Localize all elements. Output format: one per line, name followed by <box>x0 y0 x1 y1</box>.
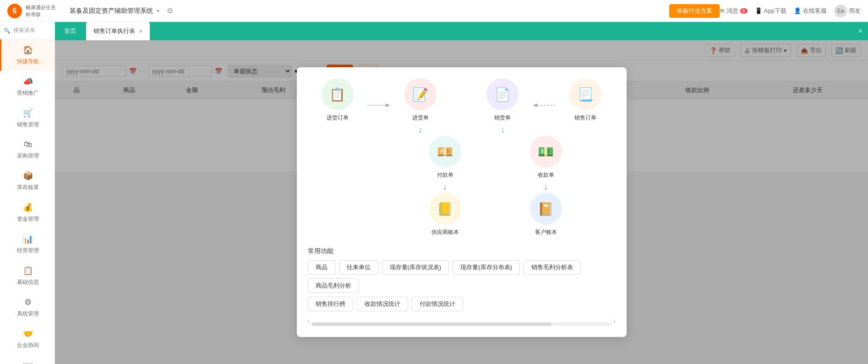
home-icon: 🏠 <box>23 45 33 55</box>
service-icon: 👤 <box>794 7 801 14</box>
purchase-receipt-node[interactable]: 📝 <box>404 78 437 110</box>
sidebar-item-quick-nav[interactable]: 🏠 快捷导航 <box>0 39 55 71</box>
common-btn-partner[interactable]: 往来单位 <box>339 260 378 275</box>
down-arrow-payment: ↓ <box>443 183 447 191</box>
message-icon: ✉ <box>720 7 725 14</box>
down-arrow-receipt: ↓ <box>544 183 548 191</box>
common-btn-receipt-stats[interactable]: 收款情况统计 <box>357 297 408 311</box>
purchase-order-node[interactable]: 📋 <box>322 78 354 110</box>
flow-col-1: 📋 进货订单 <box>308 78 368 122</box>
collab-icon: 🤝 <box>23 329 33 339</box>
dropdown-arrow-icon[interactable]: ▾ <box>157 8 159 14</box>
common-btn-stock-dist[interactable]: 现存量(库存分布表) <box>453 260 520 275</box>
sidebar-item-operations[interactable]: 📊 经营管理 <box>0 228 55 260</box>
tab-bar-close-button[interactable]: × <box>858 27 863 35</box>
payment-node[interactable]: 💴 <box>429 136 461 168</box>
sales-order-node[interactable]: 📃 <box>569 78 601 110</box>
customer-account-node[interactable]: 📔 <box>530 193 562 225</box>
user-avatar: Ea <box>834 5 847 17</box>
content-inner: ❓ 帮助 🖨 按模板打印 ▾ 📤 导出 🔄 刷新 <box>55 40 868 364</box>
app-download-button[interactable]: 📱 App下载 <box>755 7 786 15</box>
guide-icon: 📖 <box>23 360 33 364</box>
common-btn-product[interactable]: 商品 <box>308 260 335 275</box>
logo-text: 畅康通好生意 标准版 <box>26 4 56 17</box>
common-buttons: 商品 往来单位 现存量(库存状况表) 现存量(库存分布表) 销售毛利分析表 商品… <box>308 260 616 293</box>
sales-order-label: 销售订单 <box>574 114 596 122</box>
message-badge: 6 <box>740 8 748 14</box>
user-area[interactable]: Ea 用友 <box>834 5 861 17</box>
sidebar-item-basic-info[interactable]: 📋 基础信息 <box>0 260 55 292</box>
tab-sales-order[interactable]: 销售订单执行表 × <box>86 22 150 40</box>
logo-icon: 6 <box>7 4 22 18</box>
main-layout: 🔍 搜索菜单 🏠 快捷导航 📣 营销推广 🛒 销售管理 🛍 采购管理 📦 库存核… <box>0 22 868 364</box>
sidebar-item-collab[interactable]: 🤝 企业协同 <box>0 323 55 355</box>
sidebar-item-system[interactable]: ⚙ 系统管理 <box>0 292 55 323</box>
trial-button[interactable]: 体验行业方案 <box>669 4 720 18</box>
content-area: 首页 销售订单执行表 × × ❓ 帮助 🖨 按模板打印 ▾ <box>55 22 868 364</box>
message-button[interactable]: ✉ 消息 6 <box>720 7 748 15</box>
popup-scrollbar-thumb <box>311 322 552 326</box>
operations-icon: 📊 <box>23 234 33 244</box>
sidebar-item-guide[interactable]: 📖 新手引导 <box>0 355 55 364</box>
basic-info-icon: 📋 <box>23 266 33 276</box>
finance-icon: 💰 <box>23 202 33 212</box>
svg-marker-1 <box>386 103 390 107</box>
common-title: 常用功能 <box>308 247 616 255</box>
common-buttons-row2: 销售排行榜 收款情况统计 付款情况统计 <box>308 297 616 311</box>
flow-col-supplier: 📒 供应商账本 <box>409 193 482 236</box>
supplier-account-label: 供应商账本 <box>431 228 459 236</box>
flow-popup: 📋 进货订单 <box>297 67 627 337</box>
sales-receipt-label: 销货单 <box>494 114 511 122</box>
receipt-label: 收款单 <box>538 171 554 179</box>
svg-marker-3 <box>533 103 537 107</box>
flow-col-3: 📄 销货单 <box>473 78 533 122</box>
flow-col-receipt: 💵 收款单 <box>509 136 583 179</box>
marketing-icon: 📣 <box>23 76 33 87</box>
popup-scrollbar[interactable] <box>311 322 612 326</box>
sidebar-item-finance[interactable]: 💰 资金管理 <box>0 197 55 228</box>
flow-col-4: 📃 销售订单 <box>556 78 616 122</box>
down-arrow-sales: ↓ <box>501 125 505 134</box>
common-btn-stock-status[interactable]: 现存量(库存状况表) <box>382 260 449 275</box>
purchase-receipt-label: 进货单 <box>412 114 429 122</box>
settings-icon[interactable]: ⚙ <box>167 6 173 15</box>
receipt-node[interactable]: 💵 <box>530 136 562 168</box>
flow-section: 📋 进货订单 <box>308 78 616 236</box>
supplier-account-node[interactable]: 📒 <box>429 193 461 225</box>
purchase-order-label: 进货订单 <box>327 114 349 122</box>
sidebar: 🔍 搜索菜单 🏠 快捷导航 📣 营销推广 🛒 销售管理 🛍 采购管理 📦 库存核… <box>0 22 55 364</box>
arrow-right-1 <box>367 102 390 109</box>
common-btn-payment-stats[interactable]: 付款情况统计 <box>412 297 463 311</box>
flow-col-payment: 💴 付款单 <box>409 136 482 179</box>
search-icon: 🔍 <box>4 27 11 34</box>
scroll-right-arrow[interactable]: › <box>614 318 616 325</box>
payment-label: 付款单 <box>437 171 453 179</box>
common-btn-sales-gross[interactable]: 销售毛利分析表 <box>524 260 581 275</box>
sales-receipt-node[interactable]: 📄 <box>486 78 519 110</box>
sidebar-item-inventory[interactable]: 📦 库存核算 <box>0 165 55 197</box>
common-section: 常用功能 商品 往来单位 现存量(库存状况表) 现存量(库存分布表) 销售毛利分… <box>308 247 616 311</box>
sidebar-item-sales[interactable]: 🛒 销售管理 <box>0 103 55 134</box>
common-btn-sales-rank[interactable]: 销售排行榜 <box>308 297 353 311</box>
tab-home[interactable]: 首页 <box>55 22 85 40</box>
system-name: 装备及固定资产辅助管理系统 <box>70 7 153 15</box>
online-service-button[interactable]: 👤 在线客服 <box>794 7 827 15</box>
tab-close-button[interactable]: × <box>139 27 142 35</box>
common-btn-product-gross[interactable]: 商品毛利分析 <box>308 278 359 293</box>
scroll-left-arrow[interactable]: ‹ <box>308 318 310 325</box>
system-icon: ⚙ <box>24 297 32 307</box>
popup-scrollbar-container: ‹ › <box>308 317 616 326</box>
tab-bar: 首页 销售订单执行表 × × <box>55 22 868 40</box>
flow-col-customer: 📔 客户账本 <box>509 193 583 236</box>
header-right: ✉ 消息 6 📱 App下载 👤 在线客服 Ea 用友 <box>720 5 861 17</box>
arrow-left-1 <box>533 102 556 109</box>
popup-overlay[interactable]: 📋 进货订单 <box>55 40 868 364</box>
customer-account-label: 客户账本 <box>535 228 557 236</box>
sidebar-item-marketing[interactable]: 📣 营销推广 <box>0 71 55 103</box>
system-title: 装备及固定资产辅助管理系统 ▾ ⚙ <box>70 6 669 15</box>
download-icon: 📱 <box>755 7 762 14</box>
sidebar-item-purchase[interactable]: 🛍 采购管理 <box>0 134 55 165</box>
down-arrow-purchase: ↓ <box>418 125 422 134</box>
sidebar-search[interactable]: 🔍 搜索菜单 <box>0 22 55 39</box>
purchase-icon: 🛍 <box>24 140 32 149</box>
